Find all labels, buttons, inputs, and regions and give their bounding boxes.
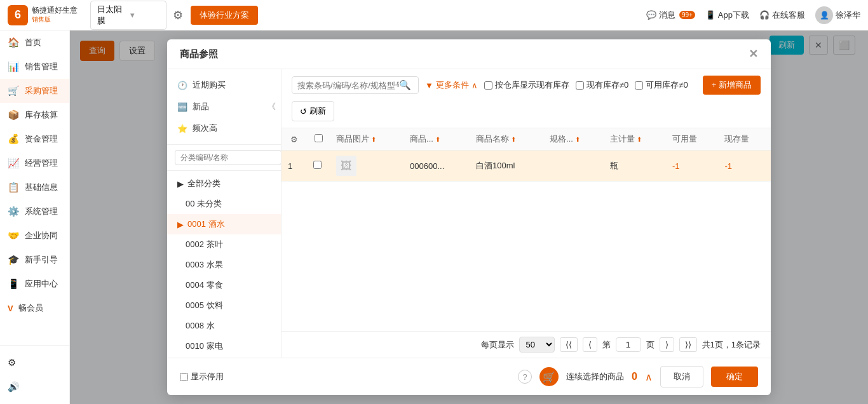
collapse-icon[interactable]: 《 [262, 96, 281, 118]
last-page-button[interactable]: ⟩⟩ [679, 337, 697, 352]
row-code: 000600... [403, 151, 470, 182]
add-product-button[interactable]: + 新增商品 [703, 76, 761, 95]
nav-company-select[interactable]: 日太阳膜 ▾ [90, 1, 166, 30]
checkbox-has-stock[interactable]: 现有库存≠0 [576, 79, 628, 91]
sidebar-item-guide[interactable]: 🎓 新手引导 [0, 248, 69, 272]
sidebar-volume[interactable]: 🔊 [0, 375, 69, 399]
col-stock: 现存量 [718, 128, 771, 151]
per-page-label: 每页显示 [481, 339, 514, 351]
home-icon: 🏠 [8, 37, 20, 48]
first-page-button[interactable]: ⟨⟨ [560, 337, 578, 352]
tab-high-frequency[interactable]: ⭐ 频次高 [167, 118, 262, 139]
sidebar-item-system[interactable]: ⚙️ 系统管理 [0, 199, 69, 224]
cancel-button[interactable]: 取消 [660, 366, 703, 387]
product-search-input[interactable] [297, 81, 399, 90]
sidebar-item-app-center[interactable]: 📱 应用中心 [0, 272, 69, 296]
category-item-0003[interactable]: 0003 水果 [167, 255, 281, 275]
product-reference-dialog: 商品参照 ✕ 🕐 近期购买 [167, 39, 771, 395]
sidebar-settings[interactable]: ⚙ [0, 351, 69, 375]
checkbox-available[interactable]: 可用库存≠0 [635, 79, 688, 91]
table-row[interactable]: 1 🖼 000600... 白酒100ml 瓶 [281, 151, 771, 182]
cog-icon: ⚙ [8, 357, 16, 368]
sort-icon-code[interactable]: ⬆ [435, 136, 440, 143]
sidebar-bottom: ⚙ 🔊 [0, 345, 69, 404]
product-search-icon[interactable]: 🔍 [399, 79, 411, 91]
row-unit: 瓶 [604, 151, 666, 182]
cooperation-icon: 🤝 [8, 230, 20, 241]
avatar: 👤 [815, 6, 833, 24]
col-code: 商品... ⬆ [403, 128, 470, 151]
sidebar-item-cooperation[interactable]: 🤝 企业协同 [0, 224, 69, 248]
volume-icon: 🔊 [8, 381, 20, 393]
expand-icon: ▶ [177, 179, 184, 189]
purchase-icon: 🛒 [8, 85, 20, 97]
page-label: 第 [602, 339, 611, 351]
per-page-select[interactable]: 50 20 100 [519, 337, 555, 353]
dialog-footer: 显示停用 ? 🛒 连续选择的商品 0 ∧ 取消 确定 [167, 358, 771, 395]
operations-icon: 📈 [8, 158, 20, 169]
sidebar-item-inventory[interactable]: 📦 库存核算 [0, 103, 69, 127]
col-settings[interactable]: ⚙ [281, 128, 307, 151]
category-item-0002[interactable]: 0002 茶叶 [167, 234, 281, 255]
prev-page-button[interactable]: ⟨ [583, 337, 597, 352]
left-panel: 🕐 近期购买 🆕 新品 ⭐ 频次高 [167, 69, 281, 358]
messages-button[interactable]: 💬 消息 99+ [646, 10, 695, 21]
user-avatar[interactable]: 👤 徐泽华 [815, 6, 860, 24]
online-service-button[interactable]: 🎧 在线客服 [759, 10, 805, 21]
row-name: 白酒100ml [470, 151, 543, 182]
dialog-title: 商品参照 [180, 48, 218, 60]
category-item-00[interactable]: 00 未分类 [167, 194, 281, 214]
select-all-checkbox[interactable] [315, 134, 323, 142]
product-table-wrap: ⚙ 商品图片 ⬆ [281, 128, 771, 331]
filter-icon: ▼ [425, 81, 433, 90]
help-icon[interactable]: ? [518, 370, 532, 384]
sort-icon-name[interactable]: ⬆ [511, 136, 516, 143]
row-available: -1 [666, 151, 719, 182]
next-page-button[interactable]: ⟩ [660, 337, 674, 352]
category-item-0001[interactable]: ▶ 0001 酒水 [167, 214, 281, 234]
dialog-overlay: 商品参照 ✕ 🕐 近期购买 [70, 30, 868, 404]
category-item-0005[interactable]: 0005 饮料 [167, 295, 281, 316]
tab-recent-purchase[interactable]: 🕐 近期购买 [167, 74, 262, 96]
close-icon[interactable]: ✕ [749, 47, 758, 61]
sidebar-item-purchase[interactable]: 🛒 采购管理 [0, 79, 69, 103]
message-icon: 💬 [646, 10, 656, 20]
collapse-cart-icon[interactable]: ∧ [645, 371, 653, 383]
sort-icon-spec[interactable]: ⬆ [575, 136, 580, 143]
show-disabled-checkbox[interactable]: 显示停用 [180, 371, 224, 382]
row-checkbox[interactable] [313, 161, 322, 169]
col-image: 商品图片 ⬆ [330, 128, 403, 151]
top-nav: 6 畅捷通好生意 销售版 日太阳膜 ▾ ⚙ 体验行业方案 💬 消息 99+ 📱 … [0, 0, 868, 30]
app-download-button[interactable]: 📱 App下载 [705, 10, 749, 21]
row-spec [543, 151, 604, 182]
checkbox-by-warehouse[interactable]: 按仓库显示现有库存 [484, 79, 569, 91]
app-center-icon: 📱 [8, 278, 20, 290]
category-search-input[interactable] [175, 150, 281, 165]
refresh-button[interactable]: ↺ 刷新 [292, 101, 334, 121]
more-filters-button[interactable]: ▼ 更多条件 ∧ [425, 79, 478, 91]
category-item-0008[interactable]: 0008 水 [167, 316, 281, 336]
sidebar-item-home[interactable]: 🏠 首页 [0, 30, 69, 55]
col-available: 可用量 [666, 128, 719, 151]
category-item-0004[interactable]: 0004 零食 [167, 275, 281, 295]
search-toolbar: 🔍 ▼ 更多条件 ∧ 按仓库显示现有库存 [281, 69, 771, 128]
sidebar-item-sales[interactable]: 📊 销售管理 [0, 55, 69, 79]
settings-icon[interactable]: ⚙ [173, 8, 183, 22]
category-item-0010[interactable]: 0010 家电 [167, 336, 281, 356]
page-input[interactable] [616, 337, 641, 352]
confirm-button[interactable]: 确定 [711, 367, 758, 387]
category-all[interactable]: ▶ 全部分类 [167, 173, 281, 194]
pagination-bar: 每页显示 50 20 100 ⟨⟨ ⟨ 第 页 ⟩ [281, 331, 771, 358]
system-icon: ⚙️ [8, 206, 20, 217]
sidebar-item-finance[interactable]: 💰 资金管理 [0, 127, 69, 151]
sort-icon-unit[interactable]: ⬆ [637, 136, 642, 143]
logo: 6 畅捷通好生意 销售版 [8, 5, 78, 25]
new-icon: 🆕 [177, 102, 187, 112]
sort-icon-image[interactable]: ⬆ [371, 136, 376, 143]
sidebar-item-operations[interactable]: 📈 经营管理 [0, 151, 69, 175]
experience-button[interactable]: 体验行业方案 [191, 6, 258, 25]
sidebar-item-membership[interactable]: V 畅会员 [0, 296, 69, 320]
tab-new-products[interactable]: 🆕 新品 [167, 96, 262, 118]
cart-icon[interactable]: 🛒 [539, 367, 559, 386]
sidebar-item-base-info[interactable]: 📋 基础信息 [0, 175, 69, 199]
